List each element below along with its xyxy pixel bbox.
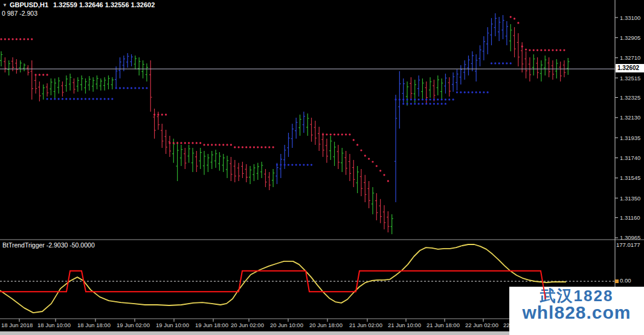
blue-trend-dot xyxy=(422,103,423,104)
red-trend-dot xyxy=(326,133,327,135)
blue-trend-dot xyxy=(456,91,458,93)
blue-trend-dot xyxy=(410,103,412,104)
red-trend-dot xyxy=(360,149,362,151)
red-trend-dot xyxy=(261,146,263,148)
blue-trend-dot xyxy=(483,91,485,93)
blue-trend-dot xyxy=(88,98,90,100)
blue-trend-dot xyxy=(108,98,109,100)
blue-trend-dot xyxy=(445,98,446,100)
blue-trend-dot xyxy=(429,98,431,100)
red-trend-dot xyxy=(234,146,236,148)
red-trend-dot xyxy=(559,49,561,51)
blue-trend-dot xyxy=(291,164,293,166)
red-trend-dot xyxy=(219,144,221,145)
red-trend-dot xyxy=(242,146,243,148)
red-trend-dot xyxy=(165,113,167,115)
blue-trend-dot xyxy=(69,98,71,100)
price-axis: 1.331001.329051.327101.325151.323251.321… xyxy=(615,14,640,241)
red-trend-dot xyxy=(521,45,523,47)
blue-trend-dot xyxy=(433,103,435,104)
blue-trend-dot xyxy=(491,62,492,64)
red-trend-dot xyxy=(345,133,347,135)
blue-trend-dot xyxy=(394,98,396,100)
blue-trend-dot xyxy=(510,62,512,64)
price-axis-label: 1.31740 xyxy=(620,155,640,161)
red-trend-dot xyxy=(214,144,216,145)
red-trend-dot xyxy=(341,133,343,135)
ohlc-values: 1.32559 1.32646 1.32556 1.32602 xyxy=(53,1,155,8)
blue-trend-dot xyxy=(280,164,282,166)
blue-trend-dot xyxy=(62,98,63,100)
red-trend-dot xyxy=(184,142,186,144)
red-trend-dot xyxy=(330,133,332,135)
blue-trend-dot xyxy=(410,98,412,100)
blue-trend-dot xyxy=(77,98,79,100)
blue-trend-dot xyxy=(445,103,446,104)
blue-trend-dot xyxy=(502,62,504,64)
blue-trend-dot xyxy=(307,164,309,166)
blue-trend-dot xyxy=(429,103,431,104)
red-trend-dot xyxy=(250,146,251,148)
price-axis-label: 1.32515 xyxy=(620,75,640,81)
red-trend-dot xyxy=(8,38,10,40)
red-trend-dot xyxy=(188,142,190,144)
blue-trend-dot xyxy=(506,62,507,64)
subchart-value-marker xyxy=(615,279,619,283)
blue-trend-dot xyxy=(406,98,408,100)
red-trend-dot xyxy=(514,18,515,19)
blue-trend-dot xyxy=(460,91,462,93)
blue-trend-dot xyxy=(54,98,56,100)
price-axis-label: 1.31160 xyxy=(620,214,640,221)
red-trend-dot xyxy=(253,146,255,148)
red-trend-dot xyxy=(19,38,21,40)
blue-trend-dot xyxy=(92,98,94,100)
blue-trend-dot xyxy=(402,103,404,104)
red-trend-dot xyxy=(211,144,213,145)
red-trend-dot xyxy=(265,146,266,148)
chart-plot-area[interactable]: 1.331001.329051.327101.325151.323251.321… xyxy=(0,0,644,335)
blue-trend-dot xyxy=(402,98,404,100)
time-axis-label: 21 Jun 10:00 xyxy=(388,322,421,328)
red-trend-dot xyxy=(349,133,350,135)
price-axis-label: 1.32130 xyxy=(620,114,640,121)
blue-trend-dot xyxy=(475,91,477,93)
blue-trend-dot xyxy=(288,164,289,166)
mt4-chart-window[interactable]: 1.331001.329051.327101.325151.323251.321… xyxy=(0,0,644,335)
blue-trend-dot xyxy=(111,98,113,100)
price-axis-label: 1.31545 xyxy=(620,174,640,181)
blue-trend-dot xyxy=(115,87,117,89)
red-trend-dot xyxy=(556,49,558,51)
red-trend-dot xyxy=(245,146,247,148)
blue-trend-dot xyxy=(441,103,443,104)
price-axis-label: 1.32710 xyxy=(620,54,640,61)
indicator-values-line: 0 987 -2.903 xyxy=(2,10,37,17)
red-trend-dot xyxy=(42,74,44,75)
time-axis-label: 18 Jun 18:00 xyxy=(77,322,111,328)
red-trend-dot xyxy=(376,165,378,167)
red-trend-dot xyxy=(268,146,270,148)
red-trend-dot xyxy=(34,74,36,75)
red-trend-dot xyxy=(39,74,40,75)
chart-header: ▼GBPUSD,H11.32559 1.32646 1.32556 1.3260… xyxy=(2,1,155,8)
blue-trend-dot xyxy=(58,98,60,100)
red-trend-dot xyxy=(552,49,553,51)
trend-dots xyxy=(0,16,565,182)
red-trend-dot xyxy=(0,38,2,40)
blue-trend-dot xyxy=(448,98,450,100)
time-axis-label: 20 Jun 18:00 xyxy=(309,322,343,328)
blue-trend-dot xyxy=(295,164,297,166)
red-trend-dot xyxy=(192,142,193,144)
blue-trend-dot xyxy=(119,87,121,89)
red-trend-dot xyxy=(180,142,182,144)
red-trend-dot xyxy=(16,38,18,40)
price-axis-label: 1.30965 xyxy=(620,234,640,241)
red-trend-dot xyxy=(510,16,512,18)
blue-trend-dot xyxy=(46,98,48,100)
red-trend-dot xyxy=(11,38,13,40)
red-trend-dot xyxy=(257,146,259,148)
red-trend-dot xyxy=(372,161,373,162)
price-axis-label: 1.33100 xyxy=(620,14,640,21)
blue-trend-dot xyxy=(138,87,140,89)
blue-trend-dot xyxy=(123,87,124,89)
watermark-line1: 武汉1828 xyxy=(509,287,644,304)
